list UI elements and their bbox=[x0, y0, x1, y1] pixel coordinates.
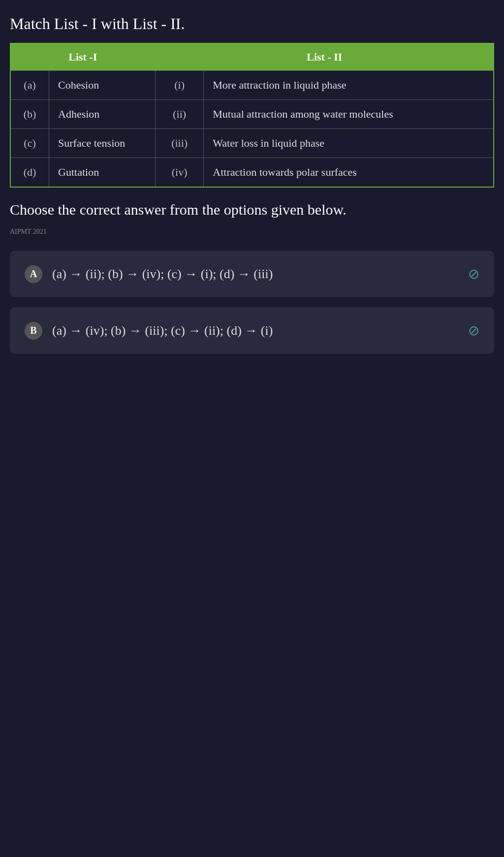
table-row: (c) Surface tension (iii) Water loss in … bbox=[10, 129, 494, 158]
table-row: (a) Cohesion (i) More attraction in liqu… bbox=[10, 71, 494, 100]
row-label: (b) bbox=[10, 100, 49, 129]
row-desc: Mutual attraction among water molecules bbox=[204, 100, 494, 129]
page-title: Match List - I with List - II. bbox=[10, 15, 494, 33]
row-num: (ii) bbox=[156, 100, 204, 129]
option-content: B (a) → (iv); (b) → (iii); (c) → (ii); (… bbox=[25, 321, 458, 340]
row-term: Cohesion bbox=[49, 71, 156, 100]
row-label: (d) bbox=[10, 158, 49, 188]
row-desc: More attraction in liquid phase bbox=[204, 71, 494, 100]
option-label: B bbox=[25, 322, 42, 340]
cancel-icon: ⊘ bbox=[468, 266, 479, 282]
option-label: A bbox=[25, 265, 42, 283]
option-content: A (a) → (ii); (b) → (iv); (c) → (i); (d)… bbox=[25, 264, 458, 284]
match-table: List -I List - II (a) Cohesion (i) More … bbox=[10, 43, 494, 188]
source-tag: AIPMT 2021 bbox=[10, 228, 494, 236]
list1-header: List -I bbox=[10, 43, 156, 71]
table-row: (b) Adhesion (ii) Mutual attraction amon… bbox=[10, 100, 494, 129]
row-desc: Attraction towards polar surfaces bbox=[204, 158, 494, 188]
row-num: (iv) bbox=[156, 158, 204, 188]
list2-header: List - II bbox=[156, 43, 494, 71]
row-term: Adhesion bbox=[49, 100, 156, 129]
table-row: (d) Guttation (iv) Attraction towards po… bbox=[10, 158, 494, 188]
option-card-a[interactable]: A (a) → (ii); (b) → (iv); (c) → (i); (d)… bbox=[10, 251, 494, 297]
row-num: (i) bbox=[156, 71, 204, 100]
cancel-icon: ⊘ bbox=[468, 322, 479, 339]
row-term: Guttation bbox=[49, 158, 156, 188]
row-term: Surface tension bbox=[49, 129, 156, 158]
row-label: (a) bbox=[10, 71, 49, 100]
option-text: (a) → (iv); (b) → (iii); (c) → (ii); (d)… bbox=[52, 321, 458, 340]
question-text: Choose the correct answer from the optio… bbox=[10, 199, 494, 220]
option-text: (a) → (ii); (b) → (iv); (c) → (i); (d) →… bbox=[52, 264, 458, 284]
row-desc: Water loss in liquid phase bbox=[204, 129, 494, 158]
row-num: (iii) bbox=[156, 129, 204, 158]
row-label: (c) bbox=[10, 129, 49, 158]
option-card-b[interactable]: B (a) → (iv); (b) → (iii); (c) → (ii); (… bbox=[10, 307, 494, 354]
